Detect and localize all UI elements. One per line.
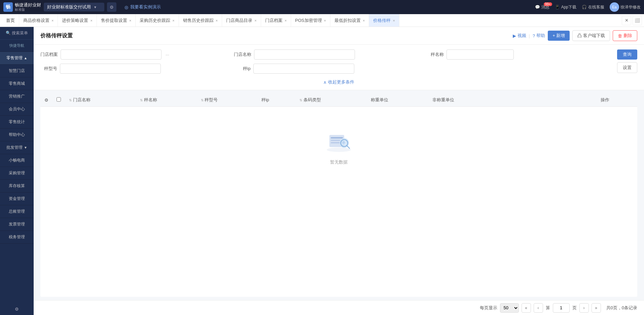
last-page-button[interactable]: »: [592, 303, 601, 313]
sort-store-name-icon[interactable]: ⇅: [69, 98, 72, 102]
tab-store-catalog[interactable]: 门店商品目录 ×: [222, 14, 261, 27]
sort-scale-name-icon[interactable]: ⇅: [140, 98, 143, 102]
close-commodity-price-icon[interactable]: ×: [51, 19, 53, 23]
store-archive-input[interactable]: [61, 49, 162, 60]
prev-page-button[interactable]: ‹: [534, 303, 543, 313]
close-min-discount-icon[interactable]: ×: [363, 19, 365, 23]
close-tab-button[interactable]: ✕: [622, 16, 631, 25]
sidebar-item-ledger[interactable]: 总账管理: [0, 205, 34, 218]
store-archive-dots[interactable]: ···: [164, 52, 171, 57]
table-area: ⚙ ⇅ 门店名称 ⇅ 秤名称 ⇅: [40, 94, 637, 297]
logo-area: 畅 畅捷通好业财 标准版: [3, 2, 41, 12]
sort-scale-model-icon[interactable]: ⇅: [201, 98, 204, 102]
demo-circle-icon: ◎: [124, 5, 128, 10]
sidebar: 🔍 搜索菜单 快捷导航 零售管理 ▲ 智慧门店 零售商城 营销推广 会员中心 零…: [0, 27, 34, 315]
th-scale-name: ⇅ 秤名称: [136, 94, 196, 107]
sidebar-item-help[interactable]: 帮助中心: [0, 129, 34, 141]
tab-purchase-history[interactable]: 采购历史价跟踪 ×: [136, 14, 179, 27]
per-page-select[interactable]: 10 20 50 100: [500, 303, 519, 313]
message-badge: 99+: [544, 2, 552, 6]
version-label: 好业财标准版交付试用: [47, 4, 91, 10]
top-bar-left: 畅 畅捷通好业财 标准版 好业财标准版交付试用 ▼ ⚙ ◎ 我要看实例演示: [3, 2, 161, 12]
tab-store-archive[interactable]: 门店档案 ×: [261, 14, 291, 27]
tab-sales-history[interactable]: 销售历史价跟踪 ×: [179, 14, 222, 27]
select-all-checkbox[interactable]: [57, 97, 61, 102]
collapse-row: ∧ 收起更多条件: [40, 79, 637, 85]
tab-purchase-strategy[interactable]: 进价策略设置 ×: [58, 14, 97, 27]
scale-model-input[interactable]: [60, 64, 161, 74]
sidebar-item-retail-mall[interactable]: 零售商城: [0, 77, 34, 90]
sidebar-item-tax[interactable]: 税务管理: [0, 231, 34, 244]
store-archive-label: 门店档案: [40, 51, 58, 58]
delete-button[interactable]: 🗑 删除: [613, 30, 637, 41]
sort-barcode-icon[interactable]: ⇅: [299, 98, 302, 102]
tab-home[interactable]: 首页: [2, 14, 19, 27]
sidebar-item-finance[interactable]: 资金管理: [0, 193, 34, 205]
main-content: 价格传秤设置 ▶ 视频 | ? 帮助 + 新增 凸 客户端下载 🗑: [34, 27, 644, 315]
scale-model-label: 秤型号: [40, 66, 57, 72]
user-menu[interactable]: Ea 徐泽华修改: [610, 2, 641, 12]
page-title: 价格传秤设置: [40, 32, 73, 39]
next-page-button[interactable]: ›: [579, 303, 589, 313]
tab-bar: 首页 商品价格设置 × 进价策略设置 × 售价提取设置 × 采购历史价跟踪 × …: [0, 14, 644, 27]
video-link[interactable]: ▶ 视频: [513, 33, 526, 39]
close-purchase-history-icon[interactable]: ×: [172, 19, 174, 23]
collapse-button[interactable]: ∧ 收起更多条件: [323, 79, 354, 85]
sidebar-item-retail[interactable]: 零售管理 ▲: [0, 52, 34, 65]
page-number-input[interactable]: [553, 303, 570, 313]
version-dropdown[interactable]: 好业财标准版交付试用 ▼: [44, 3, 104, 11]
sidebar-search-btn[interactable]: 🔍 搜索菜单: [0, 27, 34, 40]
headset-icon: 🎧: [582, 5, 587, 9]
close-selling-extract-icon[interactable]: ×: [129, 19, 131, 23]
sidebar-item-inventory[interactable]: 库存核算: [0, 180, 34, 193]
tab-price-scale[interactable]: 价格传秤 ×: [369, 14, 399, 27]
sidebar-item-purchase[interactable]: 采购管理: [0, 167, 34, 180]
close-store-archive-icon[interactable]: ×: [285, 19, 287, 23]
query-button[interactable]: 查询: [617, 49, 637, 60]
table-settings-th[interactable]: ⚙: [40, 94, 52, 107]
expand-tab-button[interactable]: ⬜: [633, 16, 642, 25]
svg-rect-2: [331, 137, 343, 138]
page-unit-label: 页: [572, 305, 577, 311]
tab-commodity-price[interactable]: 商品价格设置 ×: [19, 14, 58, 27]
table-checkbox-th[interactable]: [52, 94, 65, 107]
help-link[interactable]: ? 帮助: [533, 33, 545, 39]
store-name-input[interactable]: [254, 49, 355, 60]
close-sales-history-icon[interactable]: ×: [216, 19, 218, 23]
sidebar-item-ecommerce[interactable]: 小畅电商: [0, 154, 34, 167]
sidebar-settings-btn[interactable]: ⚙: [0, 303, 34, 315]
tab-pos-encryption[interactable]: POS加密管理 ×: [291, 14, 330, 27]
close-store-catalog-icon[interactable]: ×: [254, 19, 256, 23]
sidebar-item-member[interactable]: 会员中心: [0, 103, 34, 116]
tab-min-discount[interactable]: 最低折扣设置 ×: [330, 14, 369, 27]
add-button[interactable]: + 新增: [548, 31, 570, 41]
first-page-button[interactable]: «: [522, 303, 531, 313]
messages-button[interactable]: 💬 消息 99+: [535, 4, 549, 10]
sidebar-item-retail-stats[interactable]: 零售统计: [0, 116, 34, 129]
sidebar-item-invoice[interactable]: 发票管理: [0, 218, 34, 231]
sidebar-item-smartstore[interactable]: 智慧门店: [0, 65, 34, 77]
empty-state: 暂无数据: [40, 107, 637, 185]
sidebar-item-wholesale[interactable]: 批发管理 ▼: [0, 141, 34, 154]
set-button[interactable]: 设置: [617, 62, 637, 73]
app-download-button[interactable]: 📱 App下载: [555, 4, 576, 10]
th-barcode-type: ⇅ 条码类型: [295, 94, 366, 107]
close-pos-icon[interactable]: ×: [324, 19, 326, 23]
settings-button[interactable]: ⚙: [107, 2, 116, 12]
download-button[interactable]: 凸 客户端下载: [572, 30, 610, 41]
per-page-label: 每页显示: [480, 305, 497, 311]
sidebar-item-marketing[interactable]: 营销推广: [0, 90, 34, 103]
demo-button[interactable]: ◎ 我要看实例演示: [124, 4, 161, 10]
top-bar: 畅 畅捷通好业财 标准版 好业财标准版交付试用 ▼ ⚙ ◎ 我要看实例演示 💬 …: [0, 0, 644, 14]
scale-ip-input[interactable]: [253, 64, 354, 74]
th-operation: 操作: [597, 94, 637, 107]
tab-selling-extract[interactable]: 售价提取设置 ×: [97, 14, 136, 27]
online-service-button[interactable]: 🎧 在线客服: [582, 4, 604, 10]
scale-name-input[interactable]: [446, 49, 514, 60]
right-action-col: 查询 设置: [617, 49, 637, 73]
close-purchase-strategy-icon[interactable]: ×: [90, 19, 92, 23]
filter-row-2: 秤型号 秤ip: [40, 64, 614, 74]
close-price-scale-icon[interactable]: ×: [393, 19, 395, 23]
page-header: 价格传秤设置 ▶ 视频 | ? 帮助 + 新增 凸 客户端下载 🗑: [34, 27, 644, 45]
logo-text: 畅捷通好业财 标准版: [15, 2, 41, 12]
